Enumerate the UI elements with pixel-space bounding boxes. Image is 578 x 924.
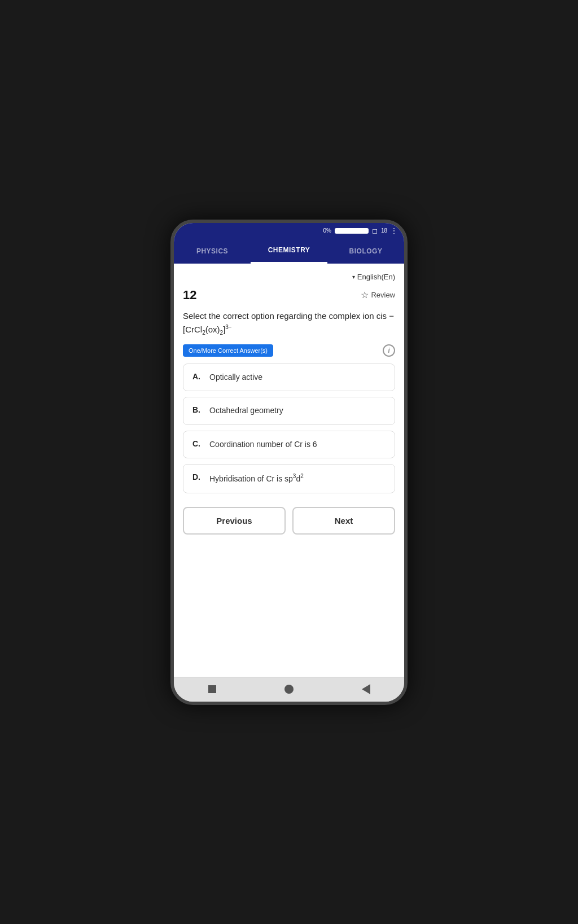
- option-c-text: Coordination number of Cr is 6: [209, 439, 317, 450]
- option-d-text: Hybridisation of Cr is sp3d2: [209, 472, 304, 484]
- question-number: 12: [183, 288, 196, 303]
- review-label: Review: [371, 291, 395, 299]
- tab-chemistry[interactable]: CHEMISTRY: [251, 239, 327, 264]
- chevron-down-icon: ▾: [352, 274, 355, 280]
- option-d[interactable]: D. Hybridisation of Cr is sp3d2: [183, 464, 395, 493]
- formula-sub2: 2: [220, 330, 224, 336]
- option-c[interactable]: C. Coordination number of Cr is 6: [183, 431, 395, 459]
- option-a[interactable]: A. Optically active: [183, 364, 395, 392]
- notification-icon: ◻: [372, 227, 378, 235]
- question-header: 12 ☆ Review: [183, 288, 395, 303]
- phone-screen: 0% ◻ 18 ⋮ PHYSICS CHEMISTRY BIOLOGY ▾: [174, 223, 404, 702]
- options-list: A. Optically active B. Octahedral geomet…: [183, 364, 395, 493]
- back-button[interactable]: [281, 681, 297, 698]
- triangle-icon: [362, 684, 370, 694]
- badge-row: One/More Correct Answer(s) i: [183, 344, 395, 357]
- previous-button[interactable]: Previous: [183, 507, 286, 535]
- language-selector[interactable]: ▾ English(En): [183, 273, 395, 281]
- answer-type-badge: One/More Correct Answer(s): [183, 344, 273, 357]
- next-button[interactable]: Next: [292, 507, 395, 535]
- language-label: English(En): [357, 273, 395, 281]
- nav-buttons: Previous Next: [183, 500, 395, 537]
- star-icon: ☆: [361, 290, 369, 300]
- circle-icon: [284, 685, 294, 694]
- option-a-label: A.: [192, 372, 204, 381]
- option-b-label: B.: [192, 405, 204, 414]
- recents-button[interactable]: [357, 681, 374, 698]
- notification-count: 18: [381, 227, 387, 234]
- bottom-nav: [174, 677, 404, 702]
- review-button[interactable]: ☆ Review: [361, 290, 395, 300]
- tab-biology[interactable]: BIOLOGY: [327, 239, 404, 264]
- option-b-text: Octahedral geometry: [209, 405, 283, 417]
- info-icon[interactable]: i: [383, 344, 395, 357]
- more-icon: ⋮: [391, 227, 397, 235]
- question-text: Select the correct option regarding the …: [183, 309, 395, 338]
- formula-sup: 3−: [225, 324, 231, 330]
- progress-label: 0%: [323, 227, 331, 234]
- content-area: ▾ English(En) 12 ☆ Review Select the cor…: [174, 264, 404, 677]
- tab-bar: PHYSICS CHEMISTRY BIOLOGY: [174, 239, 404, 264]
- home-button[interactable]: [204, 681, 221, 698]
- square-icon: [208, 685, 216, 693]
- option-a-text: Optically active: [209, 372, 262, 383]
- formula-mid: (ox): [205, 325, 220, 334]
- option-c-label: C.: [192, 439, 204, 448]
- phone-frame: 0% ◻ 18 ⋮ PHYSICS CHEMISTRY BIOLOGY ▾: [170, 220, 408, 705]
- tab-physics[interactable]: PHYSICS: [174, 239, 251, 264]
- status-bar: 0% ◻ 18 ⋮: [174, 223, 404, 239]
- option-b[interactable]: B. Octahedral geometry: [183, 397, 395, 425]
- option-d-label: D.: [192, 472, 204, 481]
- progress-bar: [335, 228, 369, 234]
